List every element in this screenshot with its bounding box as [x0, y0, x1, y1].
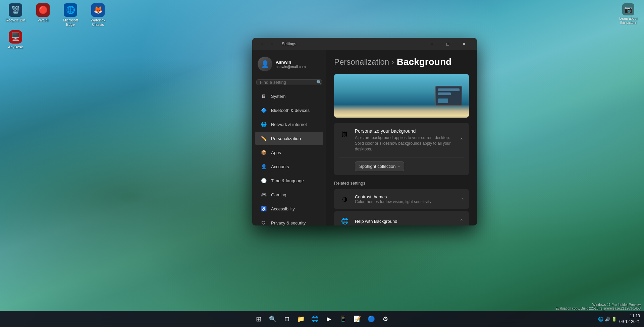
avatar: 👤 — [258, 57, 272, 71]
icon-row-2: 🖥️ AnyDesk — [3, 30, 110, 49]
personalize-dropdown-container: Spotlight collection ▾ — [334, 157, 469, 175]
sidebar-item-accounts[interactable]: 👤 Accounts — [255, 160, 323, 173]
breadcrumb-parent[interactable]: Personalization — [334, 57, 389, 67]
personalize-icon: 🖼 — [339, 129, 350, 140]
back-button[interactable]: ← — [258, 40, 266, 48]
title-bar-nav: ← → Settings — [258, 40, 424, 48]
search-box[interactable]: 🔍 — [256, 79, 322, 85]
window-title: Settings — [282, 42, 296, 46]
contrast-themes-chevron: › — [462, 196, 464, 202]
sidebar-item-privacy[interactable]: 🛡 Privacy & security — [255, 216, 323, 225]
sidebar-item-gaming[interactable]: 🎮 Gaming — [255, 188, 323, 201]
system-info-line1: Windows 11 Pro Insider Preview — [555, 303, 641, 307]
contrast-themes-desc: Color themes for low vision, light sensi… — [355, 199, 457, 204]
user-email: ashwin@mail.com — [276, 65, 306, 69]
personalize-desc: A picture background applies to your cur… — [355, 135, 454, 152]
personalization-label: Personalization — [271, 136, 301, 141]
help-title: Help with Background — [355, 219, 455, 224]
network-tray-icon[interactable]: 🌐 — [598, 317, 603, 322]
breadcrumb: Personalization › Background — [334, 57, 469, 67]
taskbar-right: 🌐 🔊 🔋 11:13 09-12-2021 — [598, 313, 640, 325]
apps-icon: 📦 — [260, 149, 267, 156]
waterfox-label: Waterfox Classic — [86, 18, 110, 27]
forward-button[interactable]: → — [268, 40, 276, 48]
title-bar: ← → Settings − □ ✕ — [252, 38, 477, 50]
system-label: System — [271, 94, 285, 99]
background-type-dropdown[interactable]: Spotlight collection ▾ — [355, 161, 404, 171]
contrast-themes-text: Contrast themes Color themes for low vis… — [355, 194, 457, 204]
accessibility-icon: ♿ — [260, 205, 267, 212]
personalization-icon: ✏️ — [260, 135, 267, 142]
battery-icon[interactable]: 🔋 — [611, 317, 617, 322]
sidebar-item-time-language[interactable]: 🕐 Time & language — [255, 174, 323, 187]
taskbar-browser2[interactable]: 🔵 — [365, 313, 377, 325]
desktop-icon-vivaldi[interactable]: 🔴 Vivaldi — [31, 3, 55, 27]
personalize-title: Personalize your background — [355, 128, 454, 134]
help-section: 🌐 Help with Background ⌃ — [334, 211, 469, 225]
user-info: Ashwin ashwin@mail.com — [276, 60, 306, 69]
sidebar-item-apps[interactable]: 📦 Apps — [255, 146, 323, 159]
sidebar-item-bluetooth[interactable]: 🔷 Bluetooth & devices — [255, 104, 323, 117]
taskbar-settings-icon[interactable]: ⚙ — [379, 313, 391, 325]
system-info: Windows 11 Pro Insider Preview Evaluatio… — [555, 303, 641, 310]
time-icon: 🕐 — [260, 177, 267, 184]
window-controls: − □ ✕ — [424, 38, 472, 50]
anydesk-label: AnyDesk — [8, 45, 23, 49]
system-icon: 🖥 — [260, 93, 267, 100]
search-input[interactable] — [260, 80, 316, 85]
taskbar-clock[interactable]: 11:13 09-12-2021 — [620, 313, 640, 325]
taskbar-phone[interactable]: 📱 — [337, 313, 349, 325]
desktop: 🗑️ Recycle Bin 🔴 Vivaldi 🌐 Microsoft Edg… — [0, 0, 644, 327]
contrast-themes-icon: ◑ — [339, 194, 350, 204]
start-button[interactable]: ⊞ — [253, 313, 265, 325]
taskbar-notepad[interactable]: 📝 — [351, 313, 363, 325]
taskbar-search[interactable]: 🔍 — [267, 313, 279, 325]
settings-body: 👤 Ashwin ashwin@mail.com 🔍 🖥 System — [252, 50, 477, 225]
contrast-themes-item[interactable]: ◑ Contrast themes Color themes for low v… — [334, 189, 469, 209]
desktop-icon-anydesk[interactable]: 🖥️ AnyDesk — [3, 30, 28, 49]
gaming-label: Gaming — [271, 192, 286, 197]
bluetooth-label: Bluetooth & devices — [271, 108, 310, 113]
dropdown-value: Spotlight collection — [359, 164, 395, 169]
time-label: Time & language — [271, 178, 304, 183]
personalize-section: 🖼 Personalize your background A picture … — [334, 123, 469, 175]
sidebar-item-personalization[interactable]: ✏️ Personalization — [255, 132, 323, 145]
close-button[interactable]: ✕ — [456, 38, 472, 50]
edge-label: Microsoft Edge — [58, 18, 83, 27]
desktop-icon-edge[interactable]: 🌐 Microsoft Edge — [58, 3, 83, 27]
privacy-label: Privacy & security — [271, 220, 306, 225]
accounts-icon: 👤 — [260, 163, 267, 170]
monitor-button — [438, 99, 448, 103]
maximize-button[interactable]: □ — [440, 38, 455, 50]
network-label: Network & internet — [271, 122, 307, 127]
monitor-line-2 — [438, 92, 451, 95]
settings-main: Personalization › Background — [326, 50, 477, 225]
privacy-icon: 🛡 — [260, 219, 267, 225]
user-name: Ashwin — [276, 60, 306, 65]
volume-icon[interactable]: 🔊 — [605, 317, 610, 322]
taskbar-media[interactable]: ▶ — [323, 313, 335, 325]
preview-monitor — [435, 86, 462, 106]
taskbar-edge[interactable]: 🌐 — [309, 313, 321, 325]
taskbar-task-view[interactable]: ⊡ — [281, 313, 293, 325]
taskbar-file-explorer[interactable]: 📁 — [295, 313, 307, 325]
sidebar-item-system[interactable]: 🖥 System — [255, 89, 323, 103]
desktop-icon-waterfox[interactable]: 🦊 Waterfox Classic — [86, 3, 110, 27]
user-profile[interactable]: 👤 Ashwin ashwin@mail.com — [252, 53, 326, 75]
taskbar-center: ⊞ 🔍 ⊡ 📁 🌐 ▶ 📱 📝 🔵 ⚙ — [253, 313, 391, 325]
minimize-button[interactable]: − — [424, 38, 439, 50]
sidebar-item-accessibility[interactable]: ♿ Accessibility — [255, 202, 323, 215]
apps-label: Apps — [271, 150, 281, 155]
help-chevron-icon: ⌃ — [460, 218, 464, 224]
accessibility-label: Accessibility — [271, 206, 295, 211]
taskbar: ⊞ 🔍 ⊡ 📁 🌐 ▶ 📱 📝 🔵 ⚙ 🌐 🔊 🔋 11:13 09-12-20… — [0, 311, 644, 327]
system-info-line2: Evaluation copy. Build 22518.rs_prerelea… — [555, 307, 641, 310]
vivaldi-label: Vivaldi — [38, 18, 48, 22]
learn-about-picture[interactable]: 📷 Learn aboutthis picture — [620, 3, 637, 25]
sidebar-item-network[interactable]: 🌐 Network & internet — [255, 118, 323, 131]
personalize-chevron[interactable]: ⌃ — [459, 137, 464, 143]
help-header[interactable]: 🌐 Help with Background ⌃ — [334, 211, 469, 225]
time-display: 11:13 — [620, 313, 640, 319]
desktop-icon-recycle-bin[interactable]: 🗑️ Recycle Bin — [3, 3, 28, 27]
contrast-themes-title: Contrast themes — [355, 194, 457, 199]
